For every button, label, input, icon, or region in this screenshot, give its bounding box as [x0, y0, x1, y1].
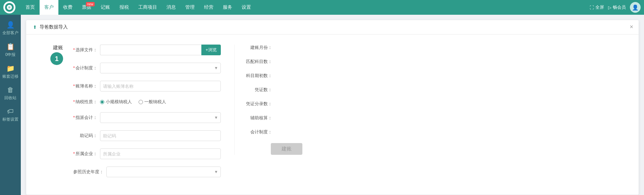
file-row: *选择文件： +浏览 — [73, 45, 221, 55]
layout: 👤 全部客户 📋 0申报 📁 账套迁移 🗑 回收站 🏷 标签设置 ⬆ 导爸数据导… — [0, 15, 644, 195]
file-input[interactable] — [100, 45, 201, 55]
build-account-button[interactable]: 建账 — [271, 143, 302, 155]
voucher-entries-label: 凭证分录数： — [245, 101, 275, 107]
match-row: 匹配科目数： — [245, 59, 328, 65]
account-migration-icon: 📁 — [6, 64, 15, 72]
ledger-row: *账簿名称： — [73, 81, 221, 91]
zero-declaration-icon: 📋 — [6, 43, 15, 51]
history-select-wrapper: ▼ — [106, 167, 221, 177]
file-input-group: +浏览 — [100, 45, 221, 55]
voucher-label: 凭证数： — [245, 87, 275, 93]
nav-fee[interactable]: 收费 — [58, 0, 77, 15]
ledger-label: *账簿名称： — [73, 83, 100, 89]
recycle-icon: 🗑 — [7, 86, 14, 94]
nav-settings[interactable]: 设置 — [237, 0, 256, 15]
new-badge: new — [86, 2, 95, 6]
accounting-row: *会计制度： ▼ — [73, 63, 221, 73]
accounting-label: *会计制度： — [73, 65, 100, 71]
company-row: *所属企业： — [73, 148, 221, 159]
all-customers-icon: 👤 — [6, 21, 15, 29]
accounting-select-wrapper: ▼ — [100, 63, 221, 73]
nav-service[interactable]: 服务 — [218, 0, 237, 15]
sidebar-item-tag-settings[interactable]: 🏷 标签设置 — [0, 104, 21, 126]
period-row: 科目期初数： — [245, 73, 328, 79]
fullscreen-icon: ⛶ — [590, 5, 594, 10]
period-label: 科目期初数： — [245, 73, 275, 79]
memo-input[interactable] — [100, 130, 221, 141]
fullscreen-btn[interactable]: ⛶ 全屏 — [590, 4, 604, 10]
nav-items: 首页 客户 收费 票据 new 记账 报税 工商项目 消息 管理 经营 服务 设… — [21, 0, 590, 15]
accounting-select[interactable] — [100, 63, 221, 73]
nav-customer[interactable]: 客户 — [40, 0, 58, 15]
tax-general-radio[interactable] — [139, 100, 143, 104]
dialog-title: 导爸数据导入 — [40, 24, 68, 30]
voucher-row: 凭证数： — [245, 87, 328, 93]
nav-invoice[interactable]: 票据 new — [77, 0, 96, 15]
browse-button[interactable]: +浏览 — [201, 45, 221, 55]
sidebar-item-all-customers[interactable]: 👤 全部客户 — [0, 17, 21, 39]
accountant-row: *指派会计： ▼ — [73, 112, 221, 123]
sidebar-item-zero-declaration[interactable]: 📋 0申报 — [0, 39, 21, 61]
close-button[interactable]: × — [630, 23, 633, 30]
nav-right: ⛶ 全屏 ▷ 畅会员 👤 — [590, 2, 641, 13]
aux-label: 辅助核算： — [245, 115, 275, 121]
company-input[interactable] — [100, 148, 221, 159]
right-panel: 建账月份： 匹配科目数： 科目期初数： 凭证数： — [221, 45, 328, 185]
memo-row: 助记码： — [73, 130, 221, 141]
match-label: 匹配科目数： — [245, 59, 275, 65]
accountant-label: *指派会计： — [73, 115, 100, 121]
step-label: 建账 — [53, 45, 63, 51]
tax-general-label[interactable]: 一般纳税人 — [139, 99, 166, 105]
nav-home[interactable]: 首页 — [21, 0, 40, 15]
step-circle: 1 — [50, 52, 63, 65]
nav-tax[interactable]: 报税 — [115, 0, 134, 15]
accounting-system-row: 会计制度： — [245, 129, 328, 135]
sidebar: 👤 全部客户 📋 0申报 📁 账套迁移 🗑 回收站 🏷 标签设置 — [0, 15, 21, 195]
accountant-select-wrapper: ▼ — [100, 112, 221, 123]
nav-operation[interactable]: 经营 — [199, 0, 218, 15]
aux-row: 辅助核算： — [245, 115, 328, 121]
play-icon: ▷ — [608, 5, 611, 10]
tax-small-label[interactable]: 小规模纳税人 — [100, 99, 132, 105]
nav-manage[interactable]: 管理 — [181, 0, 199, 15]
accounting-system-label: 会计制度： — [245, 129, 275, 135]
memo-label: 助记码： — [73, 133, 100, 139]
ledger-input[interactable] — [100, 81, 221, 91]
main-content: ⬆ 导爸数据导入 × 建账 1 *选择文件： — [21, 15, 644, 195]
tax-label: *纳税性质： — [73, 99, 100, 105]
top-nav: 首页 客户 收费 票据 new 记账 报税 工商项目 消息 管理 经营 服务 设… — [0, 0, 644, 15]
history-row: 参照历史年度： ▼ — [73, 167, 221, 177]
import-icon: ⬆ — [33, 24, 37, 30]
tag-settings-icon: 🏷 — [7, 108, 14, 115]
company-label: *所属企业： — [73, 151, 100, 157]
history-label: 参照历史年度： — [73, 169, 106, 175]
sidebar-item-recycle[interactable]: 🗑 回收站 — [0, 83, 21, 104]
sidebar-item-account-migration[interactable]: 📁 账套迁移 — [0, 61, 21, 83]
month-row: 建账月份： — [245, 45, 328, 51]
dialog-card: ⬆ 导爸数据导入 × 建账 1 *选择文件： — [26, 20, 639, 195]
tax-row: *纳税性质： 小规模纳税人 一般纳税人 — [73, 99, 221, 105]
step-section: 建账 1 — [33, 45, 73, 185]
tax-radio-group: 小规模纳税人 一般纳税人 — [100, 99, 221, 105]
month-label: 建账月份： — [245, 45, 275, 51]
accountant-select[interactable] — [100, 112, 221, 123]
info-section: 建账月份： 匹配科目数： 科目期初数： 凭证数： — [234, 45, 328, 155]
nav-message[interactable]: 消息 — [162, 0, 181, 15]
tax-small-radio[interactable] — [100, 100, 104, 104]
file-label: *选择文件： — [73, 47, 100, 53]
voucher-entries-row: 凭证分录数： — [245, 101, 328, 107]
logo — [3, 1, 15, 13]
nav-business[interactable]: 工商项目 — [134, 0, 162, 15]
nav-bookkeeping[interactable]: 记账 — [96, 0, 115, 15]
member-btn[interactable]: ▷ 畅会员 — [608, 4, 626, 10]
history-select[interactable] — [106, 167, 221, 177]
dialog-body: 建账 1 *选择文件： +浏览 — [26, 35, 639, 195]
form-section: *选择文件： +浏览 *会计制度： — [73, 45, 221, 185]
dialog-header: ⬆ 导爸数据导入 × — [26, 20, 639, 35]
avatar[interactable]: 👤 — [630, 2, 641, 13]
